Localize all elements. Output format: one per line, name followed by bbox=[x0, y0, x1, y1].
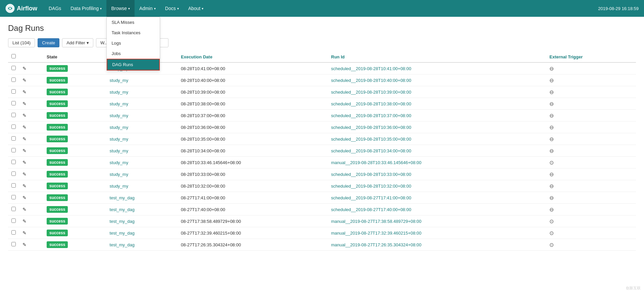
row-checkbox[interactable] bbox=[11, 125, 16, 129]
nav-dags[interactable]: DAGs bbox=[44, 0, 66, 17]
edit-icon[interactable]: ✎ bbox=[22, 125, 27, 130]
dag-id-link[interactable]: study_my bbox=[110, 113, 129, 118]
dag-id-link[interactable]: study_my bbox=[110, 148, 129, 153]
dag-id-link[interactable]: test_my_dag bbox=[110, 219, 135, 224]
row-checkbox[interactable] bbox=[11, 136, 16, 141]
row-checkbox[interactable] bbox=[11, 242, 16, 246]
run-id-link[interactable]: scheduled__2019-08-28T10:34:00+08:00 bbox=[331, 148, 411, 153]
edit-icon[interactable]: ✎ bbox=[22, 230, 27, 236]
edit-icon[interactable]: ✎ bbox=[22, 101, 27, 106]
run-id-link[interactable]: scheduled__2019-08-28T10:36:00+08:00 bbox=[331, 125, 411, 130]
edit-icon[interactable]: ✎ bbox=[22, 113, 27, 118]
dropdown-item-task-instances[interactable]: Task Instances bbox=[107, 28, 160, 38]
run-id-link[interactable]: scheduled__2019-08-28T10:40:00+08:00 bbox=[331, 78, 411, 83]
add-filter-button[interactable]: Add Filter ▾ bbox=[62, 38, 93, 47]
row-checkbox[interactable] bbox=[11, 183, 16, 188]
run-id-link[interactable]: scheduled__2019-08-27T17:40:00+08:00 bbox=[331, 207, 411, 212]
edit-icon[interactable]: ✎ bbox=[22, 172, 27, 177]
row-checkbox[interactable] bbox=[11, 207, 16, 211]
edit-icon[interactable]: ✎ bbox=[22, 183, 27, 189]
row-checkbox[interactable] bbox=[11, 148, 16, 152]
state-badge: success bbox=[47, 241, 68, 248]
run-id-link[interactable]: scheduled__2019-08-28T10:35:00+08:00 bbox=[331, 137, 411, 142]
state-badge: success bbox=[47, 230, 68, 236]
row-external-trigger-cell: ⊙ bbox=[546, 239, 636, 251]
dropdown-item-sla-misses[interactable]: SLA Misses bbox=[107, 17, 160, 28]
dag-id-link[interactable]: study_my bbox=[110, 172, 129, 177]
run-id-link[interactable]: scheduled__2019-08-28T10:33:00+08:00 bbox=[331, 172, 411, 177]
dag-id-link[interactable]: study_my bbox=[110, 160, 129, 165]
execution-date-value: 08-27T17:40:00+08:00 bbox=[181, 207, 225, 212]
dag-id-link[interactable]: study_my bbox=[110, 125, 129, 130]
select-all-checkbox[interactable] bbox=[11, 54, 16, 58]
row-execution-date-cell: 08-27T17:38:58.489729+08:00 bbox=[178, 215, 328, 227]
edit-icon[interactable]: ✎ bbox=[22, 136, 27, 142]
edit-icon[interactable]: ✎ bbox=[22, 160, 27, 165]
run-id-link[interactable]: manual__2019-08-27T17:32:39.460215+08:00 bbox=[331, 231, 422, 236]
dag-id-link[interactable]: study_my bbox=[110, 78, 129, 83]
edit-icon[interactable]: ✎ bbox=[22, 207, 27, 212]
run-id-link[interactable]: manual__2019-08-27T17:26:35.304324+08:00 bbox=[331, 242, 422, 247]
nav-about[interactable]: About ▾ bbox=[184, 0, 208, 17]
dropdown-item-logs[interactable]: Logs bbox=[107, 38, 160, 48]
row-checkbox[interactable] bbox=[11, 66, 16, 70]
dag-id-link[interactable]: test_my_dag bbox=[110, 231, 135, 236]
row-checkbox[interactable] bbox=[11, 89, 16, 94]
state-badge: success bbox=[47, 89, 68, 95]
row-execution-date-cell: 08-27T17:32:39.460215+08:00 bbox=[178, 227, 328, 239]
dropdown-item-dag-runs[interactable]: DAG Runs bbox=[107, 59, 160, 70]
nav-docs[interactable]: Docs ▾ bbox=[160, 0, 184, 17]
row-checkbox[interactable] bbox=[11, 195, 16, 199]
run-id-link[interactable]: scheduled__2019-08-28T10:41:00+08:00 bbox=[331, 66, 411, 71]
row-dag-id-cell: study_my bbox=[106, 98, 178, 110]
nav-data-profiling[interactable]: Data Profiling ▾ bbox=[66, 0, 106, 17]
row-checkbox[interactable] bbox=[11, 218, 16, 223]
col-external-trigger[interactable]: External Trigger bbox=[546, 51, 636, 62]
row-external-trigger-cell: ⊖ bbox=[546, 121, 636, 133]
dag-id-link[interactable]: test_my_dag bbox=[110, 242, 135, 247]
edit-icon[interactable]: ✎ bbox=[22, 195, 27, 200]
state-badge: success bbox=[47, 147, 68, 154]
edit-icon[interactable]: ✎ bbox=[22, 242, 27, 247]
row-dag-id-cell: study_my bbox=[106, 145, 178, 157]
row-edit-cell: ✎ bbox=[19, 110, 43, 121]
create-button[interactable]: Create bbox=[38, 38, 59, 47]
row-external-trigger-cell: ⊙ bbox=[546, 157, 636, 168]
run-id-link[interactable]: manual__2019-08-27T17:38:58.489729+08:00 bbox=[331, 219, 422, 224]
col-run-id[interactable]: Run Id bbox=[328, 51, 546, 62]
run-id-link[interactable]: scheduled__2019-08-28T10:38:00+08:00 bbox=[331, 101, 411, 106]
nav-browse[interactable]: Browse ▾ SLA Misses Task Instances Logs … bbox=[106, 0, 135, 17]
row-checkbox[interactable] bbox=[11, 160, 16, 164]
dag-id-link[interactable]: study_my bbox=[110, 101, 129, 106]
state-badge: success bbox=[47, 194, 68, 201]
row-dag-id-cell: study_my bbox=[106, 180, 178, 192]
brand-logo[interactable]: Airflow bbox=[5, 4, 37, 13]
run-id-link[interactable]: scheduled__2019-08-28T10:37:00+08:00 bbox=[331, 113, 411, 118]
edit-icon[interactable]: ✎ bbox=[22, 89, 27, 95]
row-checkbox[interactable] bbox=[11, 230, 16, 235]
edit-icon[interactable]: ✎ bbox=[22, 78, 27, 83]
dag-id-link[interactable]: test_my_dag bbox=[110, 195, 135, 200]
run-id-link[interactable]: manual__2019-08-28T10:33:46.145646+08:00 bbox=[331, 160, 422, 165]
execution-date-value: 08-27T17:41:00+08:00 bbox=[181, 195, 225, 200]
row-checkbox[interactable] bbox=[11, 78, 16, 82]
edit-icon[interactable]: ✎ bbox=[22, 218, 27, 224]
dag-id-link[interactable]: study_my bbox=[110, 184, 129, 189]
run-id-link[interactable]: scheduled__2019-08-27T17:41:00+08:00 bbox=[331, 195, 411, 200]
dag-id-link[interactable]: study_my bbox=[110, 90, 129, 95]
dropdown-item-jobs[interactable]: Jobs bbox=[107, 48, 160, 59]
row-checkbox-cell bbox=[8, 215, 19, 227]
table-row: ✎ success test_my_dag 08-27T17:38:58.489… bbox=[8, 215, 636, 227]
edit-icon[interactable]: ✎ bbox=[22, 148, 27, 153]
row-checkbox[interactable] bbox=[11, 113, 16, 117]
edit-icon[interactable]: ✎ bbox=[22, 66, 27, 71]
dag-id-link[interactable]: test_my_dag bbox=[110, 207, 135, 212]
nav-admin[interactable]: Admin ▾ bbox=[135, 0, 160, 17]
dag-id-link[interactable]: study_my bbox=[110, 137, 129, 142]
row-checkbox[interactable] bbox=[11, 101, 16, 105]
run-id-link[interactable]: scheduled__2019-08-28T10:39:00+08:00 bbox=[331, 90, 411, 95]
list-button[interactable]: List (104) bbox=[8, 38, 35, 47]
col-execution-date[interactable]: Execution Date bbox=[178, 51, 328, 62]
row-checkbox[interactable] bbox=[11, 172, 16, 176]
run-id-link[interactable]: scheduled__2019-08-28T10:32:00+08:00 bbox=[331, 184, 411, 189]
